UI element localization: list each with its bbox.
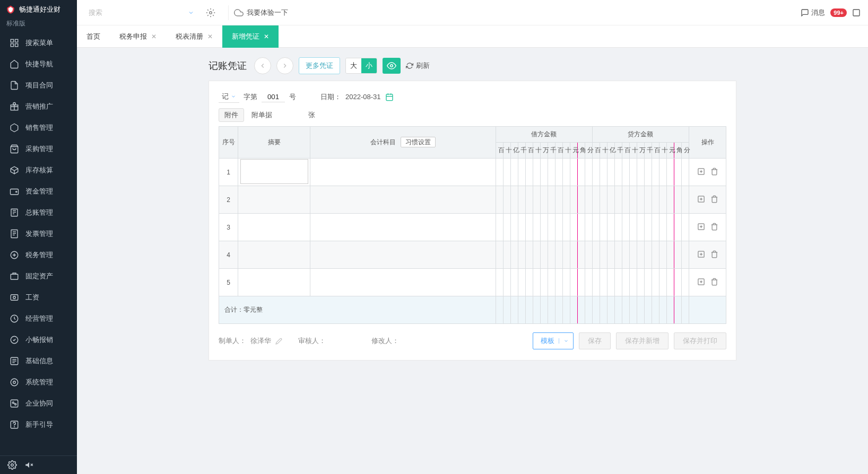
digit-cell[interactable]: [518, 296, 525, 324]
digit-cell[interactable]: [600, 241, 607, 269]
sidebar-item-3[interactable]: 营销推广: [0, 96, 77, 117]
digit-cell[interactable]: [585, 186, 592, 214]
insert-row-icon[interactable]: [697, 278, 705, 286]
digit-cell[interactable]: [540, 159, 548, 186]
digit-cell[interactable]: [570, 269, 577, 296]
digit-cell[interactable]: [592, 214, 600, 241]
size-small[interactable]: 小: [361, 58, 377, 73]
digit-cell[interactable]: [570, 241, 577, 269]
digit-cell[interactable]: [525, 241, 533, 269]
digit-cell[interactable]: [548, 241, 555, 269]
digit-cell[interactable]: [503, 214, 510, 241]
digit-cell[interactable]: [533, 296, 540, 324]
close-icon[interactable]: ✕: [264, 33, 269, 40]
digit-cell[interactable]: [525, 186, 533, 214]
digit-cell[interactable]: [622, 269, 629, 296]
digit-cell[interactable]: [674, 186, 681, 214]
search-box[interactable]: [84, 4, 198, 21]
try-button[interactable]: 我要体验一下: [234, 8, 288, 17]
digit-cell[interactable]: [525, 269, 533, 296]
row-subject[interactable]: [310, 214, 496, 241]
digit-cell[interactable]: [562, 186, 570, 214]
digit-cell[interactable]: [674, 159, 681, 186]
digit-cell[interactable]: [518, 214, 525, 241]
digit-cell[interactable]: [496, 269, 503, 296]
digit-cell[interactable]: [629, 241, 637, 269]
row-subject[interactable]: [310, 241, 496, 269]
digit-cell[interactable]: [503, 159, 510, 186]
digit-cell[interactable]: [518, 241, 525, 269]
row-abstract[interactable]: [238, 214, 310, 241]
digit-cell[interactable]: [629, 186, 637, 214]
digit-cell[interactable]: [562, 241, 570, 269]
digit-cell[interactable]: [681, 269, 689, 296]
digit-cell[interactable]: [652, 241, 659, 269]
digit-cell[interactable]: [644, 186, 652, 214]
sidebar-item-16[interactable]: 系统管理: [0, 372, 77, 393]
digit-cell[interactable]: [525, 296, 533, 324]
digit-cell[interactable]: [666, 269, 674, 296]
edit-creator-icon[interactable]: [275, 338, 282, 345]
digit-cell[interactable]: [674, 214, 681, 241]
digit-cell[interactable]: [652, 214, 659, 241]
voucher-type-select[interactable]: 记: [219, 91, 239, 103]
digit-cell[interactable]: [681, 296, 689, 324]
digit-cell[interactable]: [510, 241, 518, 269]
digit-cell[interactable]: [629, 269, 637, 296]
digit-cell[interactable]: [666, 296, 674, 324]
digit-cell[interactable]: [562, 296, 570, 324]
digit-cell[interactable]: [629, 159, 637, 186]
digit-cell[interactable]: [600, 186, 607, 214]
sidebar-item-10[interactable]: 税务管理: [0, 244, 77, 266]
row-abstract[interactable]: [238, 159, 310, 186]
settings-icon[interactable]: [7, 460, 17, 470]
digit-cell[interactable]: [600, 159, 607, 186]
digit-cell[interactable]: [570, 186, 577, 214]
digit-cell[interactable]: [533, 269, 540, 296]
digit-cell[interactable]: [503, 269, 510, 296]
sidebar-item-6[interactable]: 库存核算: [0, 160, 77, 181]
mute-icon[interactable]: [24, 460, 34, 470]
digit-cell[interactable]: [585, 269, 592, 296]
digit-cell[interactable]: [555, 241, 562, 269]
digit-cell[interactable]: [577, 214, 585, 241]
digit-cell[interactable]: [681, 214, 689, 241]
digit-cell[interactable]: [496, 214, 503, 241]
next-voucher-button[interactable]: [276, 57, 293, 74]
insert-row-icon[interactable]: [697, 250, 705, 258]
digit-cell[interactable]: [555, 214, 562, 241]
sidebar-item-15[interactable]: 基础信息: [0, 350, 77, 372]
row-subject[interactable]: [310, 269, 496, 296]
digit-cell[interactable]: [577, 159, 585, 186]
row-abstract[interactable]: [238, 186, 310, 214]
digit-cell[interactable]: [562, 214, 570, 241]
digit-cell[interactable]: [644, 269, 652, 296]
digit-cell[interactable]: [637, 186, 644, 214]
digit-cell[interactable]: [629, 296, 637, 324]
digit-cell[interactable]: [570, 296, 577, 324]
digit-cell[interactable]: [577, 241, 585, 269]
digit-cell[interactable]: [503, 186, 510, 214]
digit-cell[interactable]: [607, 214, 614, 241]
digit-cell[interactable]: [600, 214, 607, 241]
digit-cell[interactable]: [659, 269, 666, 296]
close-icon[interactable]: ✕: [207, 33, 213, 40]
digit-cell[interactable]: [585, 159, 592, 186]
digit-cell[interactable]: [674, 269, 681, 296]
preview-button[interactable]: [383, 58, 401, 74]
size-large[interactable]: 大: [346, 58, 361, 73]
digit-cell[interactable]: [518, 186, 525, 214]
digit-cell[interactable]: [585, 296, 592, 324]
more-voucher-button[interactable]: 更多凭证: [299, 57, 340, 74]
row-abstract[interactable]: [238, 269, 310, 296]
digit-cell[interactable]: [555, 159, 562, 186]
digit-cell[interactable]: [637, 214, 644, 241]
chevron-down-icon[interactable]: [188, 10, 194, 16]
prev-voucher-button[interactable]: [254, 57, 271, 74]
digit-cell[interactable]: [540, 241, 548, 269]
digit-cell[interactable]: [666, 186, 674, 214]
digit-cell[interactable]: [533, 241, 540, 269]
digit-cell[interactable]: [681, 159, 689, 186]
digit-cell[interactable]: [681, 186, 689, 214]
digit-cell[interactable]: [637, 241, 644, 269]
